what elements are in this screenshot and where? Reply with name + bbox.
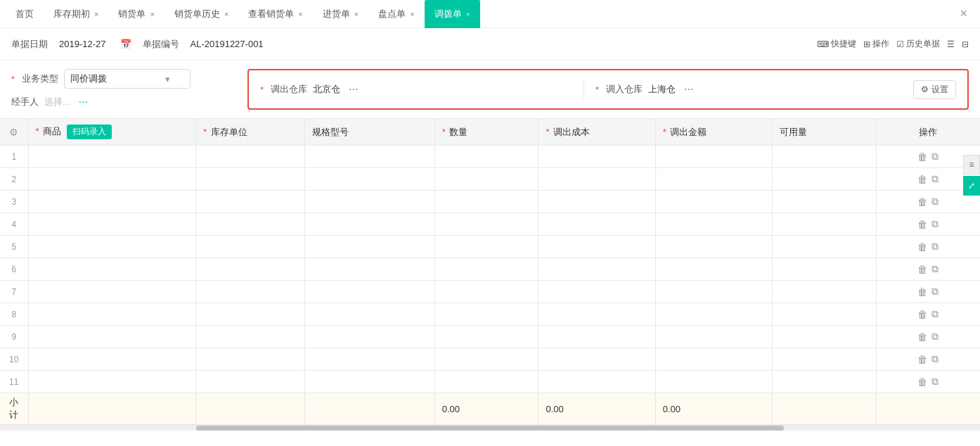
unit-cell[interactable] [196,191,305,213]
qty-cell[interactable] [434,371,539,393]
cost-cell[interactable] [539,326,655,348]
tab-inventory-check-close[interactable]: × [410,10,414,18]
amount-cell[interactable] [655,213,772,236]
delete-icon[interactable]: 🗑 [917,174,927,185]
copy-icon[interactable]: ⧉ [931,218,939,230]
tab-inventory-init-close[interactable]: × [94,10,98,18]
target-warehouse-more-btn[interactable]: ··· [684,83,693,96]
tab-purchase-order-close[interactable]: × [354,10,359,18]
cost-cell[interactable] [539,281,655,303]
cost-cell[interactable] [539,348,655,371]
calendar-icon[interactable]: 📅 [120,39,131,49]
copy-icon[interactable]: ⧉ [931,151,939,163]
settings-button[interactable]: ⚙ 设置 [913,80,956,99]
tab-sales-history[interactable]: 销货单历史 × [165,0,238,28]
spec-cell[interactable] [304,281,434,303]
product-cell[interactable] [28,348,196,371]
person-more-btn[interactable]: ··· [79,96,88,108]
qty-cell[interactable] [434,213,539,236]
spec-cell[interactable] [304,213,434,236]
tab-view-sales-close[interactable]: × [298,10,302,18]
spec-cell[interactable] [304,191,434,213]
tab-inventory-init[interactable]: 库存期初 × [44,0,108,28]
copy-icon[interactable]: ⧉ [931,353,939,365]
delete-icon[interactable]: 🗑 [917,376,927,388]
cost-cell[interactable] [539,258,655,281]
unit-cell[interactable] [196,371,305,393]
qty-cell[interactable] [434,168,539,191]
delete-icon[interactable]: 🗑 [917,196,927,208]
copy-icon[interactable]: ⧉ [931,173,939,185]
unit-cell[interactable] [196,146,305,168]
product-cell[interactable] [28,146,196,168]
spec-cell[interactable] [304,371,434,393]
delete-icon[interactable]: 🗑 [917,354,927,365]
delete-icon[interactable]: 🗑 [917,264,927,275]
delete-icon[interactable]: 🗑 [917,331,927,343]
product-cell[interactable] [28,191,196,213]
tab-sales-order[interactable]: 销货单 × [108,0,164,28]
copy-icon[interactable]: ⧉ [931,263,939,275]
shortcut-btn[interactable]: ⌨ 快捷键 [817,38,856,50]
unit-cell[interactable] [196,281,305,303]
copy-icon[interactable]: ⧉ [931,196,939,208]
layout-grid-btn[interactable]: ⊟ [962,39,969,49]
amount-cell[interactable] [655,371,772,393]
cost-cell[interactable] [539,303,655,326]
delete-icon[interactable]: 🗑 [917,219,927,230]
table-settings-icon[interactable]: ⚙ [9,127,18,138]
qty-cell[interactable] [434,258,539,281]
amount-cell[interactable] [655,303,772,326]
scrollbar-thumb[interactable] [196,426,784,431]
unit-cell[interactable] [196,303,305,326]
amount-cell[interactable] [655,258,772,281]
delete-icon[interactable]: 🗑 [917,151,927,163]
qty-cell[interactable] [434,191,539,213]
side-list-btn[interactable]: ≡ [963,155,980,174]
tab-view-sales[interactable]: 查看销货单 × [238,0,312,28]
copy-icon[interactable]: ⧉ [931,308,939,320]
delete-icon[interactable]: 🗑 [917,241,927,253]
spec-cell[interactable] [304,303,434,326]
product-cell[interactable] [28,168,196,191]
horizontal-scrollbar[interactable] [0,425,980,431]
delete-icon[interactable]: 🗑 [917,286,927,298]
qty-cell[interactable] [434,281,539,303]
unit-cell[interactable] [196,168,305,191]
copy-icon[interactable]: ⧉ [931,286,939,298]
operations-btn[interactable]: ⊞ 操作 [863,38,889,50]
scan-entry-button[interactable]: 扫码录入 [67,125,112,139]
product-cell[interactable] [28,326,196,348]
cost-cell[interactable] [539,236,655,258]
spec-cell[interactable] [304,348,434,371]
amount-cell[interactable] [655,348,772,371]
spec-cell[interactable] [304,326,434,348]
product-cell[interactable] [28,213,196,236]
tab-sales-history-close[interactable]: × [224,10,228,18]
qty-cell[interactable] [434,303,539,326]
copy-icon[interactable]: ⧉ [931,376,939,388]
layout-list-btn[interactable]: ☰ [947,39,955,49]
qty-cell[interactable] [434,348,539,371]
history-btn[interactable]: ☑ 历史单据 [896,38,940,50]
amount-cell[interactable] [655,168,772,191]
spec-cell[interactable] [304,146,434,168]
unit-cell[interactable] [196,348,305,371]
window-close-button[interactable]: × [953,6,974,21]
unit-cell[interactable] [196,326,305,348]
qty-cell[interactable] [434,146,539,168]
amount-cell[interactable] [655,191,772,213]
copy-icon[interactable]: ⧉ [931,331,939,343]
tab-sales-order-close[interactable]: × [150,10,154,18]
cost-cell[interactable] [539,146,655,168]
tab-home[interactable]: 首页 [6,0,44,28]
product-cell[interactable] [28,371,196,393]
spec-cell[interactable] [304,258,434,281]
cost-cell[interactable] [539,371,655,393]
product-cell[interactable] [28,281,196,303]
cost-cell[interactable] [539,213,655,236]
person-select[interactable]: 选择... [44,96,70,108]
qty-cell[interactable] [434,236,539,258]
amount-cell[interactable] [655,146,772,168]
qty-cell[interactable] [434,326,539,348]
